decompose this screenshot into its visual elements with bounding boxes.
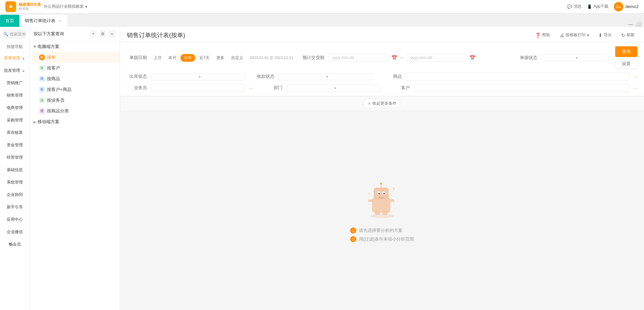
sidebar-item-appcenter[interactable]: 应用中心 — [0, 213, 29, 226]
tab-bar: 首页 销售订单统计表 × — ⬜ — [0, 13, 644, 27]
member-label: 畅会员 — [9, 242, 21, 247]
quick-nav-button[interactable]: 快捷导航 — [0, 42, 29, 52]
sidebar-item-operation[interactable]: 经营管理 — [0, 151, 29, 164]
staff-input[interactable] — [151, 84, 245, 92]
tree-item-by-order[interactable]: 按 按单 — [32, 52, 120, 63]
date-btn-this-year[interactable]: 本年 — [180, 54, 195, 62]
bill-status-arrow: ▾ — [576, 56, 605, 60]
dept-label: 部门 — [262, 85, 282, 91]
sidebar-item-newuser[interactable]: 新手引导 — [0, 201, 29, 213]
tree-item-by-customer[interactable]: 客 按客户 — [32, 63, 120, 73]
bill-status-label: 单据状态 — [517, 55, 537, 61]
svg-point-6 — [383, 193, 385, 194]
customer-dots[interactable]: ··· — [633, 85, 637, 91]
by-order-label: 按单 — [47, 54, 56, 60]
payment-select[interactable]: ▾ — [278, 73, 372, 80]
sidebar-item-system[interactable]: 系统管理 — [0, 176, 29, 189]
sidebar-item-inventory[interactable]: 库存核算 — [0, 126, 29, 139]
svg-rect-11 — [375, 211, 380, 215]
customer-input[interactable] — [414, 84, 630, 92]
page-header-actions: ❓ 帮助 🖨 按模板打印 ▾ ⬇ 导出 ↻ 刷新 — [532, 31, 637, 39]
collapse-more-button[interactable]: ∧ 收起更多条件 — [363, 99, 400, 108]
by-cust-prod-label: 按客户+商品 — [47, 87, 71, 93]
app-download-label: App下载 — [593, 4, 608, 9]
query-button[interactable]: 查询 — [615, 46, 637, 57]
staff-dots[interactable]: ··· — [249, 85, 253, 91]
date-btn-more[interactable]: 更多 — [214, 54, 227, 62]
tab-maximize-icon[interactable]: ⬜ — [636, 21, 641, 27]
tip2-text: 用[过滤]条件来缩小分析范围 — [359, 236, 414, 242]
add-scheme-button[interactable]: + — [90, 30, 97, 38]
expected-delivery-end[interactable] — [407, 54, 467, 62]
tab-home[interactable]: 首页 — [0, 15, 19, 27]
scheme-settings-button[interactable]: ⚙ — [99, 30, 106, 38]
collapse-panel-button[interactable]: « — [108, 30, 116, 38]
enterprise-label: 企业协同 — [7, 192, 23, 198]
svg-rect-10 — [390, 199, 394, 202]
sub-brand: 标准版 — [19, 7, 41, 11]
template-print-button[interactable]: 🖨 按模板打印 ▾ — [557, 31, 592, 39]
tree-item-by-category[interactable]: 类 按商品分类 — [32, 106, 120, 116]
app-download-action[interactable]: 📱 App下载 — [587, 4, 608, 9]
mobile-group-chevron: ▶ — [34, 120, 36, 124]
product-dots[interactable]: ··· — [633, 74, 637, 79]
quick-nav-label: 快捷导航 — [7, 44, 23, 49]
by-order-icon: 按 — [39, 54, 45, 60]
export-button[interactable]: ⬇ 导出 — [596, 31, 614, 39]
marketing-label: 营销推广 — [7, 80, 23, 86]
date-btn-7days[interactable]: 近7天 — [197, 54, 212, 62]
date-separator: — — [400, 55, 404, 60]
customer-label: 客户 — [390, 85, 410, 91]
message-action[interactable]: 💬 消息 — [567, 4, 582, 9]
search-icon: 🔍 — [3, 32, 8, 37]
tab-sales-report[interactable]: 销售订单统计表 × — [19, 15, 67, 27]
bill-status-select[interactable]: ▾ — [541, 54, 608, 61]
date-btn-this-month[interactable]: 本月 — [166, 54, 179, 62]
sidebar-item-finance[interactable]: 资金管理 — [0, 139, 29, 151]
sidebar-item-enterprise[interactable]: 企业协同 — [0, 189, 29, 201]
help-button[interactable]: ❓ 帮助 — [532, 31, 553, 39]
top-bar-left: 畅 畅捷通好生意 标准版 办公用品行业模拟账套 ▾ — [5, 1, 87, 12]
pc-group-header[interactable]: ▶ 电脑端方案 — [30, 41, 120, 52]
purchase-label: 采购管理 — [7, 117, 23, 123]
cal-start-icon[interactable]: 📅 — [391, 55, 397, 60]
top-bar-right: 💬 消息 📱 App下载 Ea demo2 — [567, 2, 639, 11]
svg-point-5 — [378, 193, 380, 194]
sidebar-item-corpwx[interactable]: 企业微信 — [0, 226, 29, 238]
username-label: demo2 — [625, 4, 639, 9]
sidebar-item-sales[interactable]: 销售管理 — [0, 89, 29, 102]
product-input[interactable] — [406, 72, 629, 81]
settings-button[interactable]: 设置 — [615, 58, 637, 69]
tab-minimize-icon[interactable]: — — [628, 21, 633, 27]
export-icon: ⬇ — [598, 33, 602, 38]
outbound-select[interactable]: ▾ — [151, 73, 245, 80]
date-btn-custom[interactable]: 自定义 — [228, 54, 246, 62]
tab-close-icon[interactable]: × — [57, 18, 62, 23]
svg-rect-9 — [368, 199, 373, 202]
search-menu-button[interactable]: 🔍 搜索菜单 — [3, 30, 26, 39]
date-btn-last-month[interactable]: 上月 — [151, 54, 164, 62]
cal-end-icon[interactable]: 📅 — [470, 55, 475, 60]
sidebar-item-wholesale[interactable]: 批发管理 ▲ — [0, 64, 29, 77]
tree-item-by-staff[interactable]: 业 按业务员 — [32, 95, 120, 106]
tree-item-by-cust-prod[interactable]: 客 按客户+商品 — [32, 84, 120, 95]
left-panel-actions: + ⚙ « — [90, 30, 116, 38]
workspace-dropdown[interactable]: 办公用品行业模拟账套 ▾ — [44, 4, 87, 9]
sidebar-item-marketing[interactable]: 营销推广 — [0, 77, 29, 89]
empty-illustration: ? ? — [362, 179, 402, 219]
help-label: 帮助 — [542, 32, 550, 38]
template-print-label: 按模板打印 — [566, 32, 586, 38]
sidebar-item-retail[interactable]: 零售管理 ▲ — [0, 52, 29, 64]
refresh-button[interactable]: ↻ 刷新 — [619, 31, 637, 39]
dept-select[interactable]: ▾ — [286, 85, 380, 92]
print-dropdown-icon: ▾ — [587, 33, 589, 38]
sidebar-item-basic[interactable]: 基础信息 — [0, 164, 29, 176]
sidebar-item-ecommerce[interactable]: 电商管理 — [0, 102, 29, 114]
expected-delivery-start[interactable] — [328, 54, 389, 62]
sidebar-item-purchase[interactable]: 采购管理 — [0, 114, 29, 126]
workspace-title: 办公用品行业模拟账套 — [44, 4, 84, 9]
mobile-group-header[interactable]: ▶ 移动端方案 — [30, 116, 120, 127]
collapse-bar[interactable]: ∧ 收起更多条件 — [120, 96, 644, 111]
tree-item-by-product[interactable]: 商 按商品 — [32, 73, 120, 84]
sidebar-item-member[interactable]: 畅会员 — [0, 238, 29, 251]
